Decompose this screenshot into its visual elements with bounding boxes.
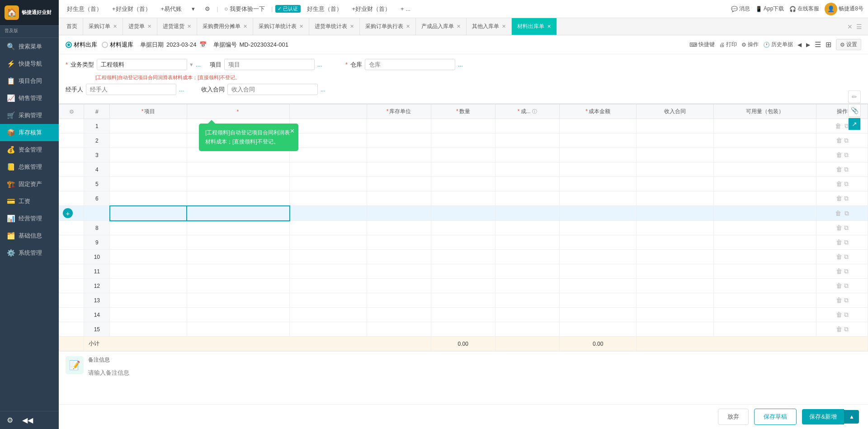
row-11-copy[interactable]: ⧉ [843, 267, 849, 276]
settings-button[interactable]: ⚙ 设置 [836, 39, 861, 50]
side-share-icon[interactable]: ↗ [848, 118, 861, 130]
dots-link-income-contract[interactable]: ... [321, 86, 326, 93]
tab-purchase-expense[interactable]: 采购费用分摊单 ✕ [197, 18, 253, 35]
row-13-copy[interactable]: ⧉ [843, 296, 849, 305]
nav-settings-icon[interactable]: ⚙ [201, 4, 214, 14]
row-4-delete[interactable]: 🗑 [835, 165, 843, 174]
row-1-qty[interactable] [431, 119, 495, 133]
row-2-copy[interactable]: ⧉ [843, 136, 849, 145]
message-button[interactable]: 💬 消息 [731, 5, 750, 13]
nav-more[interactable]: + ... [397, 4, 414, 14]
sidebar-item-inventory[interactable]: 📦 库存核算 [0, 124, 59, 141]
sidebar-item-sales[interactable]: 📈 销售管理 [0, 90, 59, 107]
side-attach-icon[interactable]: 📎 [848, 104, 861, 117]
nav-dropdown-arrow[interactable]: ▾ [188, 4, 198, 14]
nav-item-accounting-service[interactable]: +易代账 [157, 3, 186, 15]
sidebar-item-basic[interactable]: 🗂️ 基础信息 [0, 227, 59, 244]
tab-goods-return[interactable]: 进货退货 ✕ [157, 18, 197, 35]
discard-button[interactable]: 放弃 [718, 409, 749, 425]
nav-experience[interactable]: ○ 我要体验一下 [221, 3, 269, 15]
tooltip-close-button[interactable]: ✕ [290, 126, 295, 136]
shortcut-button[interactable]: ⌨ 快捷键 [689, 41, 715, 48]
tab-purchase-exec[interactable]: 采购订单执行表 ✕ [360, 18, 416, 35]
row-1-contract[interactable] [637, 119, 714, 133]
tab-home[interactable]: 首页 [61, 18, 83, 35]
tab-close-material-issue[interactable]: ✕ [547, 24, 551, 29]
business-type-input[interactable] [97, 59, 187, 70]
warehouse-input[interactable] [365, 59, 455, 70]
income-contract-input[interactable] [227, 84, 318, 95]
info-icon[interactable]: ⓘ [532, 109, 537, 114]
history-button[interactable]: 🕐 历史单据 [763, 41, 793, 48]
service-button[interactable]: 🎧 在线客服 [789, 5, 819, 13]
row-5-delete[interactable]: 🗑 [835, 179, 843, 188]
add-row-button[interactable]: + [63, 208, 73, 218]
collapse-icon[interactable]: ◀◀ [22, 416, 33, 424]
dropdown-arrow-business[interactable]: ▾ [190, 61, 193, 68]
tab-list-button[interactable]: ☰ [856, 23, 862, 30]
tab-close-other-receipt[interactable]: ✕ [502, 24, 506, 29]
row-3-copy[interactable]: ⧉ [843, 150, 849, 160]
row-15-copy[interactable]: ⧉ [843, 324, 849, 334]
tab-purchase-order[interactable]: 采购订单 ✕ [83, 18, 123, 35]
tab-close-finished-goods[interactable]: ✕ [457, 24, 461, 29]
nav-item-goodbusiness[interactable]: 好生意（首） [63, 3, 106, 15]
save-draft-button[interactable]: 保存草稿 [754, 409, 797, 425]
row-5-copy[interactable]: ⧉ [843, 179, 849, 189]
row-1-unit[interactable] [367, 119, 431, 133]
table-gear-icon[interactable]: ⚙ [69, 109, 74, 115]
row-1-cost-amt[interactable] [559, 119, 637, 133]
nav-goodbusiness2[interactable]: 好生意（首） [303, 3, 346, 15]
close-all-button[interactable]: ✕ [847, 23, 853, 30]
sidebar-item-project[interactable]: 📋 项目合同 [0, 72, 59, 90]
tab-close-goods-receipt[interactable]: ✕ [147, 24, 151, 29]
save-new-button[interactable]: 保存&新增 [802, 409, 844, 424]
row-8-delete[interactable]: 🗑 [835, 223, 843, 232]
sidebar-item-operations[interactable]: 📊 经营管理 [0, 210, 59, 227]
row-4-copy[interactable]: ⧉ [843, 165, 849, 174]
row-7-delete[interactable]: 🗑 [834, 209, 842, 218]
tab-goods-stats[interactable]: 进货单统计表 ✕ [309, 18, 360, 35]
row-10-delete[interactable]: 🗑 [835, 252, 843, 261]
tab-close-purchase-order[interactable]: ✕ [113, 24, 117, 29]
row-13-delete[interactable]: 🗑 [835, 296, 843, 305]
row-12-copy[interactable]: ⧉ [843, 281, 849, 291]
layout2-button[interactable]: ⊞ [826, 40, 831, 49]
operations-button[interactable]: ⚙ 操作 [741, 41, 759, 48]
row-6-copy[interactable]: ⧉ [843, 194, 849, 203]
calendar-icon[interactable]: 📅 [199, 41, 207, 48]
tab-goods-receipt[interactable]: 进货单 ✕ [123, 18, 157, 35]
tab-close-purchase-exec[interactable]: ✕ [406, 24, 410, 29]
sidebar-item-salary[interactable]: 💳 工资 [0, 193, 59, 210]
row-1-project[interactable] [110, 119, 187, 133]
project-input[interactable] [224, 59, 315, 70]
row-9-copy[interactable]: ⧉ [843, 238, 849, 247]
dots-link-project[interactable]: ... [317, 61, 322, 68]
row-1-spec[interactable] [290, 119, 367, 133]
tab-finished-goods[interactable]: 产成品入库单 ✕ [416, 18, 467, 35]
save-new-arrow[interactable]: ▲ [844, 410, 859, 424]
row-6-delete[interactable]: 🗑 [835, 194, 843, 203]
dots-link-business[interactable]: ... [196, 61, 201, 68]
side-edit-icon[interactable]: ✏ [848, 91, 861, 103]
print-button[interactable]: 🖨 打印 [719, 41, 737, 48]
dots-link-handler[interactable]: ... [179, 86, 184, 93]
tab-close-goods-stats[interactable]: ✕ [350, 24, 354, 29]
prev-button[interactable]: ◀ [797, 42, 802, 48]
sidebar-item-quick-nav[interactable]: ⚡ 快捷导航 [0, 55, 59, 72]
note-input[interactable] [88, 366, 861, 380]
next-button[interactable]: ▶ [806, 42, 810, 48]
row-1-delete[interactable]: 🗑 [834, 121, 842, 130]
sidebar-item-accounting[interactable]: 📒 总账管理 [0, 158, 59, 176]
tab-close-goods-return[interactable]: ✕ [187, 24, 191, 29]
sidebar-item-finance[interactable]: 💰 资金管理 [0, 141, 59, 158]
row-8-copy[interactable]: ⧉ [843, 223, 849, 233]
row-11-delete[interactable]: 🗑 [835, 267, 843, 276]
handler-input[interactable] [86, 84, 176, 95]
tab-purchase-stats[interactable]: 采购订单统计表 ✕ [253, 18, 309, 35]
tab-other-receipt[interactable]: 其他入库单 ✕ [467, 18, 512, 35]
layout1-button[interactable]: ☰ [815, 40, 821, 49]
app-download-button[interactable]: 📱 App下载 [755, 5, 784, 13]
tab-close-purchase-stats[interactable]: ✕ [299, 24, 303, 29]
row-15-delete[interactable]: 🗑 [835, 324, 843, 334]
